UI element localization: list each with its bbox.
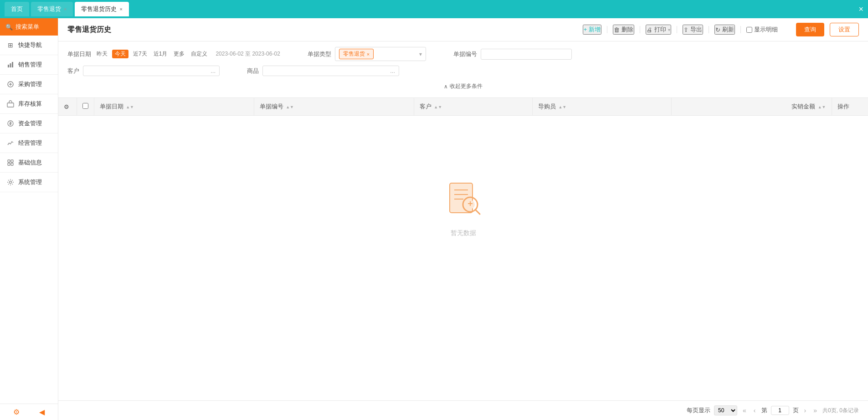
base-info-icon xyxy=(6,159,15,167)
type-input-area[interactable]: 零售退货 × ▾ xyxy=(335,47,426,61)
sidebar-item-operation[interactable]: 经营管理 xyxy=(0,133,58,153)
filter-row-1: 单据日期 昨天 今天 近7天 近1月 更多 自定义 2023-06-02 至 2… xyxy=(67,47,859,61)
table-area: ⚙ 单据日期 ▲▼ 单据编号 ▲▼ xyxy=(58,98,868,400)
th-checkbox[interactable] xyxy=(77,98,94,116)
settings-button[interactable]: 设置 xyxy=(830,23,859,36)
sidebar-item-base-info[interactable]: 基础信息 xyxy=(0,153,58,173)
delete-label: 删除 xyxy=(621,26,633,34)
window-close-button[interactable]: × xyxy=(858,5,863,14)
svg-rect-0 xyxy=(8,65,9,67)
date-btn-7days[interactable]: 近7天 xyxy=(131,50,149,58)
per-page-label: 每页显示 xyxy=(687,406,710,415)
th-no-sort[interactable]: ▲▼ xyxy=(286,105,294,109)
filter-area: 单据日期 昨天 今天 近7天 近1月 更多 自定义 2023-06-02 至 2… xyxy=(58,41,868,98)
th-guide-label: 导购员 xyxy=(538,103,556,110)
th-guide-sort[interactable]: ▲▼ xyxy=(558,105,566,109)
goods-ellipsis[interactable]: ... xyxy=(390,67,395,74)
tab-retail-return-label: 零售退货 xyxy=(37,5,61,13)
page-number-input[interactable] xyxy=(771,406,789,415)
page-unit: 页 xyxy=(793,406,799,415)
customer-filter: 客户 ... xyxy=(67,66,220,76)
sidebar-item-system-label: 系统管理 xyxy=(18,178,42,186)
th-date[interactable]: 单据日期 ▲▼ xyxy=(94,98,254,116)
delete-icon: 🗑 xyxy=(614,26,620,33)
tab-retail-return-history-close[interactable]: × xyxy=(119,6,122,12)
svg-rect-9 xyxy=(11,163,13,165)
sidebar-settings-button[interactable]: ⚙ xyxy=(13,408,20,416)
type-label: 单据类型 xyxy=(308,50,331,58)
data-table: ⚙ 单据日期 ▲▼ 单据编号 ▲▼ xyxy=(58,98,868,116)
th-settings[interactable]: ⚙ xyxy=(58,98,77,116)
empty-text: 暂无数据 xyxy=(451,229,476,237)
doc-no-input[interactable] xyxy=(481,49,572,60)
tab-retail-return-close[interactable]: × xyxy=(64,6,67,12)
sidebar-item-purchase[interactable]: 采购管理 xyxy=(0,75,58,94)
sales-icon xyxy=(6,61,15,69)
customer-input-area[interactable]: ... xyxy=(83,66,220,76)
sidebar-item-finance[interactable]: 资金管理 xyxy=(0,114,58,133)
svg-rect-8 xyxy=(8,163,10,165)
sidebar-item-quick-nav[interactable]: ⊞ 快捷导航 xyxy=(0,36,58,55)
date-btn-today[interactable]: 今天 xyxy=(112,50,128,58)
table-header: ⚙ 单据日期 ▲▼ 单据编号 ▲▼ xyxy=(58,98,868,116)
th-action: 操作 xyxy=(832,98,868,116)
export-button[interactable]: ⇧ 导出 xyxy=(683,25,703,35)
date-shortcuts: 昨天 今天 近7天 近1月 更多 自定义 xyxy=(95,50,209,58)
date-btn-yesterday[interactable]: 昨天 xyxy=(95,50,109,58)
date-btn-custom[interactable]: 自定义 xyxy=(189,50,209,58)
tab-retail-return-history-label: 零售退货历史 xyxy=(81,5,117,13)
customer-ellipsis[interactable]: ... xyxy=(211,67,216,74)
svg-rect-6 xyxy=(8,160,10,162)
doc-no-filter: 单据编号 xyxy=(453,49,572,60)
date-btn-1month[interactable]: 近1月 xyxy=(152,50,169,58)
type-dropdown-arrow[interactable]: ▾ xyxy=(419,51,422,57)
query-button[interactable]: 查询 xyxy=(796,23,824,36)
sidebar-search[interactable]: 🔍 搜索菜单 xyxy=(0,18,58,36)
first-page-button[interactable]: « xyxy=(741,406,748,415)
th-amount[interactable]: 实销金额 ▲▼ xyxy=(672,98,832,116)
new-button[interactable]: + 新增 xyxy=(583,25,601,35)
action-divider-1 xyxy=(607,26,607,33)
date-btn-more[interactable]: 更多 xyxy=(172,50,186,58)
goods-input-area[interactable]: ... xyxy=(262,66,399,76)
tab-retail-return-history[interactable]: 零售退货历史 × xyxy=(75,2,128,16)
type-tag-remove[interactable]: × xyxy=(367,51,370,57)
sidebar-nav: ⊞ 快捷导航 销售管理 采购管理 库存核算 xyxy=(0,36,58,404)
show-detail-checkbox[interactable] xyxy=(746,27,752,33)
page-total-info: 共0页, 0条记录 xyxy=(822,407,859,415)
collapse-label: 收起更多条件 xyxy=(450,82,483,90)
tab-home-label: 首页 xyxy=(11,5,23,13)
settings-icon[interactable]: ⚙ xyxy=(64,103,69,110)
th-guide[interactable]: 导购员 ▲▼ xyxy=(532,98,672,116)
purchase-icon xyxy=(6,80,15,88)
th-date-label: 单据日期 xyxy=(100,103,123,110)
tab-retail-return[interactable]: 零售退货 × xyxy=(31,2,73,16)
sidebar-item-sales[interactable]: 销售管理 xyxy=(0,55,58,75)
next-page-button[interactable]: › xyxy=(802,406,808,415)
refresh-button[interactable]: ↻ 刷新 xyxy=(714,25,735,35)
print-button[interactable]: 🖨 打印 ▾ xyxy=(646,25,671,35)
sidebar-menu-button[interactable]: ◀ xyxy=(39,408,45,416)
sidebar-item-inventory[interactable]: 库存核算 xyxy=(0,94,58,114)
selected-type-label: 零售退货 xyxy=(343,50,365,58)
print-icon: 🖨 xyxy=(647,26,652,33)
last-page-button[interactable]: » xyxy=(812,406,819,415)
tab-home[interactable]: 首页 xyxy=(5,2,29,16)
th-no[interactable]: 单据编号 ▲▼ xyxy=(254,98,414,116)
svg-rect-1 xyxy=(10,63,11,67)
select-all-checkbox[interactable] xyxy=(82,103,88,109)
print-dropdown-icon: ▾ xyxy=(668,27,670,32)
th-amount-sort[interactable]: ▲▼ xyxy=(818,105,826,109)
delete-button[interactable]: 🗑 删除 xyxy=(613,25,634,35)
th-customer-sort[interactable]: ▲▼ xyxy=(434,105,442,109)
show-detail-checkbox-area[interactable]: 显示明细 xyxy=(746,26,778,34)
per-page-select[interactable]: 50 20 100 xyxy=(714,405,737,415)
prev-page-button[interactable]: ‹ xyxy=(752,406,758,415)
th-date-sort[interactable]: ▲▼ xyxy=(126,105,134,109)
export-label: 导出 xyxy=(690,26,702,34)
th-customer[interactable]: 客户 ▲▼ xyxy=(414,98,532,116)
sidebar-item-system[interactable]: 系统管理 xyxy=(0,173,58,192)
svg-point-10 xyxy=(10,181,12,184)
action-divider-2 xyxy=(640,26,640,33)
collapse-button[interactable]: ∧ 收起更多条件 xyxy=(438,81,488,92)
